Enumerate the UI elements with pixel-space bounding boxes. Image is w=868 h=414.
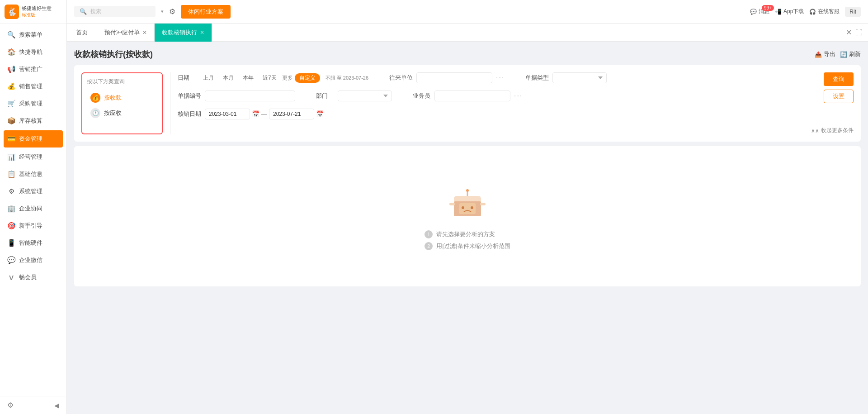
header-search-area[interactable]: 🔍 搜索 [74,6,156,17]
sidebar-collapse-icon[interactable]: ◀ [54,402,59,409]
staff-label: 业务员 [413,92,431,100]
filter-row-1: 日期 上月 本月 本年 近7天 更多 自定义 [178,72,816,83]
by-receivable-label: 按应收 [104,109,122,117]
filter-option-by-receivable[interactable]: 🕐 按应收 [87,105,157,121]
search-menu-icon: 🔍 [7,31,15,39]
sidebar-item-inventory[interactable]: 📦 库存核算 [0,112,66,129]
system-icon: ⚙ [7,187,15,195]
by-receipt-icon: 💰 [90,93,100,103]
dept-select[interactable] [338,90,392,101]
export-icon: 📤 [815,51,822,58]
message-icon: 💬 [750,9,757,15]
header-chevron-icon[interactable]: ▾ [161,9,164,14]
date-tab-this-month[interactable]: 本月 [219,73,237,83]
filter-left-panel: 按以下方案查询 💰 按收款 🕐 按应收 [81,72,163,134]
sidebar-item-purchase[interactable]: 🛒 采购管理 [0,95,66,112]
sidebar-item-marketing[interactable]: 📢 营销推广 [0,61,66,78]
date-tab-more[interactable]: 更多 [282,74,293,82]
sidebar-label-system: 系统管理 [19,187,42,195]
doc-type-label: 单据类型 [525,74,549,82]
sidebar-item-finance[interactable]: 💳 资金管理 [4,130,63,148]
date-tab-last-month[interactable]: 上月 [199,73,217,83]
app-logo-icon: 🐇 [5,5,19,19]
app-version: 标准版 [22,12,52,18]
date-tab-this-year[interactable]: 本年 [239,73,257,83]
tab-receipt-close[interactable]: ✕ [200,29,204,36]
solution-button[interactable]: 休闲行业方案 [181,5,231,19]
svg-rect-7 [449,203,455,205]
tab-expand-icon[interactable]: ⛶ [855,29,863,37]
sidebar-item-smart-hw[interactable]: 📱 智能硬件 [0,234,66,252]
partner-dots-icon[interactable]: ··· [496,74,505,82]
filter-option-by-receipt[interactable]: 💰 按收款 [87,90,157,105]
by-receivable-icon: 🕐 [90,108,100,118]
refresh-icon: 🔄 [840,51,847,58]
sidebar: 🐇 畅捷通好生意 标准版 🔍 搜索菜单 🏠 快捷导航 📢 营销推广 💰 销售管理… [0,0,67,414]
app-download-label: App下载 [783,8,804,15]
empty-tip-1: 1 请先选择要分析的方案 [425,230,510,238]
doc-type-select[interactable] [552,72,607,83]
sidebar-item-enterprise[interactable]: 🏢 企业协同 [0,200,66,217]
collapse-up-icon: ∧∧ [811,128,819,134]
svg-point-3 [462,206,464,209]
sidebar-item-business[interactable]: 📊 经营管理 [0,148,66,166]
sidebar-label-smart-hw: 智能硬件 [19,239,42,247]
tab-receipt[interactable]: 收款核销执行 ✕ [155,24,212,42]
verify-date-end-cal-icon[interactable]: 📅 [316,110,324,118]
date-tab-7days[interactable]: 近7天 [259,73,280,83]
header-online-service[interactable]: 🎧 在线客服 [809,8,840,15]
header-gear-icon[interactable]: ⚙ [169,7,175,16]
page-header: 收款核销执行(按收款) 📤 导出 🔄 刷新 [74,49,861,60]
svg-rect-2 [459,203,476,214]
verify-date-label: 核销日期 [178,110,201,118]
settings-button[interactable]: 设置 [824,90,854,103]
export-button[interactable]: 📤 导出 [815,50,835,58]
guide-icon: 🎯 [7,222,15,230]
sidebar-item-quick-nav[interactable]: 🏠 快捷导航 [0,43,66,61]
empty-svg [445,182,490,223]
sidebar-label-guide: 新手引导 [19,222,42,230]
sidebar-label-marketing: 营销推广 [19,65,42,73]
sidebar-item-guide[interactable]: 🎯 新手引导 [0,217,66,234]
svg-rect-8 [480,203,486,205]
verify-date-separator: — [261,111,267,118]
tab-home[interactable]: 首页 [67,24,97,42]
sidebar-label-search-menu: 搜索菜单 [19,31,42,39]
sidebar-item-member[interactable]: V 畅会员 [0,269,66,286]
query-button[interactable]: 查询 [824,72,854,86]
sidebar-item-search-menu[interactable]: 🔍 搜索菜单 [0,26,66,43]
sidebar-item-sales[interactable]: 💰 销售管理 [0,78,66,95]
tab-bar: 首页 预付冲应付单 ✕ 收款核销执行 ✕ ✕ ⛶ [67,24,868,42]
sidebar-item-system[interactable]: ⚙ 系统管理 [0,183,66,200]
filter-actions: 查询 设置 [824,72,854,103]
filter-dept-field: 部门 [316,90,392,101]
partner-input[interactable] [416,72,492,83]
header-message[interactable]: 💬 消息 99+ [750,8,769,15]
tab-prepay-close[interactable]: ✕ [142,29,147,36]
collapse-button[interactable]: ∧∧ 收起更多条件 [811,127,854,134]
header-app-download[interactable]: 📲 App下载 [775,8,804,15]
verify-date-start-cal-icon[interactable]: 📅 [252,110,259,118]
empty-state: 1 请先选择要分析的方案 2 用[过滤]条件来缩小分析范围 [74,146,861,286]
refresh-button[interactable]: 🔄 刷新 [840,50,861,58]
sidebar-item-wechat[interactable]: 💬 企业微信 [0,252,66,269]
sidebar-item-basics[interactable]: 📋 基础信息 [0,166,66,183]
sidebar-settings-icon[interactable]: ⚙ [7,401,14,409]
staff-input[interactable] [434,90,510,101]
filter-partner-field: 往来单位 ··· [389,72,505,83]
tab-close-all-icon[interactable]: ✕ [846,28,852,37]
verify-date-end-input[interactable] [269,109,314,119]
verify-date-start-input[interactable] [205,109,250,119]
doc-no-input[interactable] [205,90,295,101]
header-user-area[interactable]: Rit [845,7,861,17]
staff-dots-icon[interactable]: ··· [514,92,523,100]
filter-collapse-row: ∧∧ 收起更多条件 [178,127,854,134]
date-tab-custom[interactable]: 自定义 [295,73,320,83]
tab-prepay[interactable]: 预付冲应付单 ✕ [97,24,155,42]
tab-receipt-label: 收款核销执行 [162,29,197,37]
filter-panel: 按以下方案查询 💰 按收款 🕐 按应收 [74,65,861,142]
sidebar-label-quick-nav: 快捷导航 [19,48,42,56]
finance-icon: 💳 [7,135,15,143]
message-badge: 99+ [762,5,774,11]
tip-num-2: 2 [425,242,433,250]
